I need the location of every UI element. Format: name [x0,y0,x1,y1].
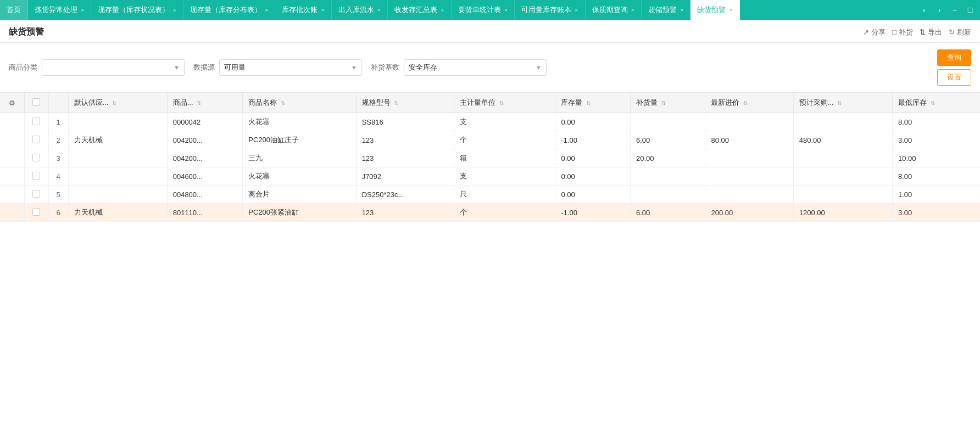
close-icon[interactable]: × [441,7,444,13]
table-area: ⚙ 默认供应... ⇅ 商品... ⇅ 商品名称 [0,93,980,437]
close-icon[interactable]: × [81,7,84,13]
row-supplier [68,113,167,131]
table-row[interactable]: 6 力天机械 801110... PC200张紧油缸 123 个 -1.00 6… [0,204,980,222]
row-checkbox-cell[interactable] [24,186,48,204]
row-est-purchase: 1200.00 [793,204,892,222]
header-checkbox[interactable] [32,98,40,106]
row-checkbox[interactable] [32,208,40,216]
nav-tab-overstock[interactable]: 超储预警 × [642,0,691,20]
close-icon[interactable]: × [729,7,732,13]
nav-tab-home[interactable]: 首页 [0,0,28,20]
row-settings [0,113,24,131]
sort-icon: ⇅ [112,100,116,106]
column-replenish[interactable]: 补货量 ⇅ [630,93,705,113]
nav-tab-picking[interactable]: 拣货异常处理 × [28,0,91,20]
gear-icon[interactable]: ⚙ [7,97,18,108]
column-supplier[interactable]: 默认供应... ⇅ [68,93,167,113]
close-icon[interactable]: × [631,7,634,13]
column-min-stock[interactable]: 最低库存 ⇅ [893,93,981,113]
column-stock[interactable]: 库存量 ⇅ [555,93,631,113]
next-tab-button[interactable]: › [932,2,947,18]
export-button[interactable]: ⇅ 导出 [920,27,942,37]
datasource-select[interactable]: 可用量 ▼ [219,59,362,76]
sort-icon: ⇅ [499,100,504,106]
table-row[interactable]: 4 004600... 火花塞 J7092 支 0.00 8.00 [0,167,980,186]
table-row[interactable]: 5 004800... 离合片 DS250*23c... 只 0.00 1.00 [0,186,980,204]
row-checkbox-cell[interactable] [24,204,48,222]
nav-tab-batch[interactable]: 库存批次账 × [275,0,331,20]
row-checkbox[interactable] [32,154,40,161]
prev-tab-button[interactable]: ‹ [916,2,932,18]
header-actions: ↗ 分享 □ 补货 ⇅ 导出 ↻ 刷新 [863,27,971,37]
close-icon[interactable]: × [321,7,324,13]
share-icon: ↗ [863,28,869,36]
row-unit: 个 [454,204,555,222]
category-select[interactable]: ▼ [42,59,185,76]
settings-button[interactable]: 设置 [937,69,971,86]
row-unit: 支 [454,113,555,131]
close-icon[interactable]: × [377,7,381,13]
row-checkbox[interactable] [32,190,40,198]
column-unit[interactable]: 主计量单位 ⇅ [454,93,555,113]
nav-tab-requisition[interactable]: 要货单统计表 × [452,0,515,20]
nav-tab-flow[interactable]: 出入库流水 × [332,0,388,20]
row-est-purchase [793,167,892,186]
main-area: 缺货预警 ↗ 分享 □ 补货 ⇅ 导出 ↻ 刷新 商品分类 [0,20,980,437]
row-settings [0,167,24,186]
replenish-select[interactable]: 安全库存 ▼ [404,59,547,76]
row-checkbox[interactable] [32,117,40,125]
row-latest-price: 200.00 [705,204,793,222]
close-icon[interactable]: × [172,7,176,13]
share-button[interactable]: ↗ 分享 [863,27,886,37]
close-icon[interactable]: × [504,7,508,13]
row-checkbox-cell[interactable] [24,149,48,167]
refresh-icon: ↻ [949,28,955,36]
maximize-button[interactable]: □ [962,2,978,18]
column-spec[interactable]: 规格型号 ⇅ [356,93,454,113]
column-latest-price[interactable]: 最新进价 ⇅ [705,93,793,113]
data-table: ⚙ 默认供应... ⇅ 商品... ⇅ 商品名称 [0,93,980,222]
column-goods-name[interactable]: 商品名称 ⇅ [243,93,356,113]
row-goods-name: PC200油缸庄子 [243,131,356,149]
row-supplier [68,149,167,167]
nav-tab-summary[interactable]: 收发存汇总表 × [388,0,451,20]
column-checkbox[interactable] [24,93,48,113]
export-icon: ⇅ [920,28,926,36]
row-settings [0,131,24,149]
nav-tab-expiry[interactable]: 保质期查询 × [586,0,642,20]
row-goods-code: 0000042 [167,113,243,131]
column-settings[interactable]: ⚙ [0,93,24,113]
nav-tab-available[interactable]: 可用量库存账本 × [515,0,585,20]
row-checkbox-cell[interactable] [24,131,48,149]
close-icon[interactable]: × [575,7,578,13]
sort-icon: ⇅ [394,100,398,106]
table-row[interactable]: 2 力天机械 004200... PC200油缸庄子 123 个 -1.00 6… [0,131,980,149]
replenish-value: 安全库存 [409,63,437,72]
nav-tab-stock2[interactable]: 现存量（库存分布表） × [183,0,275,20]
query-button[interactable]: 查询 [937,49,971,66]
table-row[interactable]: 1 0000042 火花塞 SS816 支 0.00 8.00 [0,113,980,131]
row-num: 3 [48,149,68,167]
nav-tab-shortage[interactable]: 缺货预警 × [691,0,739,20]
row-checkbox-cell[interactable] [24,167,48,186]
minimize-button[interactable]: − [947,2,962,18]
sort-icon: ⇅ [281,100,285,106]
replenish-button[interactable]: □ 补货 [892,27,913,37]
category-filter-group: 商品分类 ▼ [9,59,185,76]
close-icon[interactable]: × [265,7,268,13]
row-spec: 123 [356,131,454,149]
row-checkbox[interactable] [32,136,40,143]
nav-tab-stock1[interactable]: 现存量（库存状况表） × [91,0,183,20]
row-est-purchase [793,113,892,131]
row-checkbox-cell[interactable] [24,113,48,131]
row-supplier: 力天机械 [68,131,167,149]
row-checkbox[interactable] [32,172,40,180]
replenish-icon: □ [892,28,897,36]
row-est-purchase [793,186,892,204]
table-row[interactable]: 3 004200... 三九 123 箱 0.00 20.00 10.00 [0,149,980,167]
column-est-purchase[interactable]: 预计采购... ⇅ [793,93,892,113]
close-icon[interactable]: × [680,7,683,13]
refresh-button[interactable]: ↻ 刷新 [949,27,971,37]
row-latest-price: 80.00 [705,131,793,149]
column-goods-code[interactable]: 商品... ⇅ [167,93,243,113]
